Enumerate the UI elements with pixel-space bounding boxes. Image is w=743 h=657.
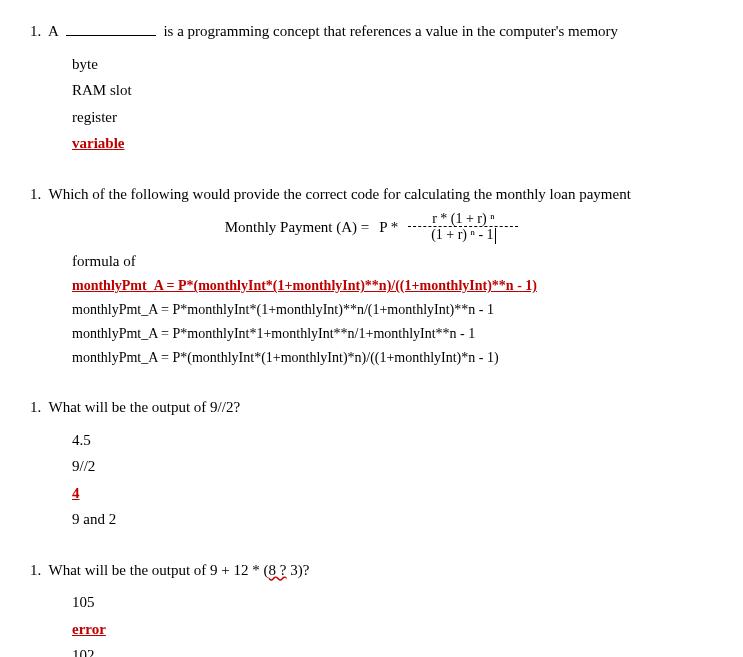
q4-wavy: 8 ? — [269, 562, 287, 578]
formula-denominator: (1 + r) ⁿ - 1 — [427, 227, 499, 243]
q4-options: 105 error 102 69 — [72, 591, 713, 657]
question-4: 1. What will be the output of 9 + 12 * (… — [30, 559, 713, 657]
q1-number: 1. — [30, 23, 41, 39]
q3-number: 1. — [30, 399, 41, 415]
q4-opt-a: 105 — [72, 591, 713, 614]
q1-stem: 1. A is a programming concept that refer… — [30, 20, 713, 43]
q3-opt-d: 9 and 2 — [72, 508, 713, 531]
q1-opt-c: register — [72, 106, 713, 129]
q4-prefix: What will be the output of 9 + 12 * ( — [48, 562, 268, 578]
q4-number: 1. — [30, 562, 41, 578]
q2-stem: 1. Which of the following would provide … — [30, 183, 713, 206]
question-3: 1. What will be the output of 9//2? 4.5 … — [30, 396, 713, 531]
q1-prefix: A — [48, 23, 58, 39]
q1-suffix: is a programming concept that references… — [163, 23, 618, 39]
q2-sub: formula of — [72, 250, 713, 273]
q2-opt-b: monthlyPmt_A = P*monthlyInt*(1+monthlyIn… — [72, 299, 713, 320]
question-1: 1. A is a programming concept that refer… — [30, 20, 713, 155]
formula-fraction: r * (1 + r) ⁿ (1 + r) ⁿ - 1 — [408, 211, 518, 244]
q3-stem: 1. What will be the output of 9//2? — [30, 396, 713, 419]
formula-numerator: r * (1 + r) ⁿ — [428, 211, 498, 226]
q2-opt-a-answer: monthlyPmt_A = P*(monthlyInt*(1+monthlyI… — [72, 275, 713, 296]
q4-suffix: 3)? — [287, 562, 310, 578]
q3-text: What will be the output of 9//2? — [48, 399, 240, 415]
q1-opt-a: byte — [72, 53, 713, 76]
q4-stem: 1. What will be the output of 9 + 12 * (… — [30, 559, 713, 582]
q3-options: 4.5 9//2 4 9 and 2 — [72, 429, 713, 531]
q2-text: Which of the following would provide the… — [48, 186, 630, 202]
q1-options: byte RAM slot register variable — [72, 53, 713, 155]
q4-opt-b-answer: error — [72, 618, 713, 641]
formula-p: P * — [379, 216, 398, 239]
text-cursor — [495, 228, 496, 243]
q3-opt-b: 9//2 — [72, 455, 713, 478]
q1-opt-d-answer: variable — [72, 132, 713, 155]
q2-formula: Monthly Payment (A) = P * r * (1 + r) ⁿ … — [30, 211, 713, 244]
formula-label: Monthly Payment (A) = — [225, 216, 370, 239]
q2-opt-c: monthlyPmt_A = P*monthlyInt*1+monthlyInt… — [72, 323, 713, 344]
question-2: 1. Which of the following would provide … — [30, 183, 713, 369]
q2-number: 1. — [30, 186, 41, 202]
q2-opt-d: monthlyPmt_A = P*(monthlyInt*(1+monthlyI… — [72, 347, 713, 368]
q4-opt-c: 102 — [72, 644, 713, 657]
q3-opt-a: 4.5 — [72, 429, 713, 452]
q3-opt-c-answer: 4 — [72, 482, 713, 505]
blank-line — [66, 22, 156, 37]
q1-opt-b: RAM slot — [72, 79, 713, 102]
